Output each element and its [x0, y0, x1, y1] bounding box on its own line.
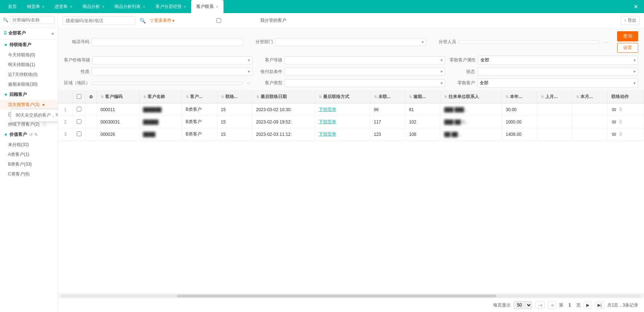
sidebar-item-class-a[interactable]: A类客户(1): [0, 150, 58, 159]
tab-product-analysis-close[interactable]: ×: [102, 4, 104, 9]
tab-sales[interactable]: 销货单 ×: [22, 0, 49, 13]
dept-select[interactable]: ▾: [275, 38, 427, 46]
col-sort-icon-method[interactable]: ⇅: [319, 95, 322, 99]
sidebar-section-value-header[interactable]: ▼ 价值客户 ↺ ✎: [0, 129, 58, 140]
horizontal-scrollbar[interactable]: [58, 293, 644, 298]
sidebar-search-input[interactable]: [10, 16, 55, 24]
tab-purchase[interactable]: 进货单 ×: [49, 0, 77, 13]
sidebar-item-tomorrow[interactable]: 明天待联络(1): [0, 60, 58, 70]
next-page-button[interactable]: ▶: [584, 301, 592, 309]
payment-select[interactable]: ▾: [285, 68, 446, 76]
col-sort-icon-name[interactable]: ⇅: [143, 95, 146, 99]
scatter-attr-select[interactable]: 全部 ▾: [478, 56, 638, 65]
phone-input[interactable]: [92, 38, 243, 46]
action-more-icon-0[interactable]: ⠿: [619, 107, 622, 112]
tab-purchase-close[interactable]: ×: [70, 4, 72, 9]
th-code: ⇅ 客户编码: [97, 91, 139, 103]
scroll-thumb[interactable]: [177, 295, 496, 297]
sidebar-collapse-btn[interactable]: «: [51, 31, 54, 36]
sidebar-item-churn-warning[interactable]: 流失预警客户(3) ●: [0, 100, 58, 110]
col-sort-icon-unit[interactable]: ⇅: [444, 95, 447, 99]
action-more-icon-1[interactable]: ⠿: [619, 119, 622, 125]
action-contact-icon-0[interactable]: ☎: [611, 107, 617, 112]
row-checkbox-0[interactable]: [77, 107, 81, 112]
refresh-icon[interactable]: ↺: [29, 132, 33, 137]
tab-product-list[interactable]: 商品分析列表 ×: [109, 0, 150, 13]
tab-sales-close[interactable]: ×: [42, 4, 44, 9]
last-page-button[interactable]: ▶|: [595, 301, 604, 309]
cell-method-0[interactable]: 下销货单: [315, 103, 370, 116]
cell-check-0[interactable]: [73, 103, 85, 116]
my-customers-checkbox-area[interactable]: 我分管的客户: [179, 17, 286, 24]
col-sort-icon-tmonth[interactable]: ⇅: [576, 95, 579, 99]
col-sort-icon-overdue[interactable]: ⇅: [409, 95, 412, 99]
cell-check-2[interactable]: [73, 128, 85, 141]
edit-icon[interactable]: ✎: [34, 132, 38, 137]
sidebar-item-today[interactable]: 今天待联络(0): [0, 50, 58, 60]
retail-select[interactable]: 全部 ▾: [477, 78, 638, 88]
tab-product-analysis[interactable]: 商品分析 ×: [77, 0, 109, 13]
action-contact-icon-1[interactable]: ☎: [611, 119, 617, 125]
cell-check-1[interactable]: [73, 116, 85, 128]
col-sort-icon-contact[interactable]: ⇅: [221, 95, 224, 99]
sidebar-item-7days[interactable]: 近7天待联络(0): [0, 70, 58, 80]
action-contact-icon-2[interactable]: ☎: [611, 132, 617, 137]
more-conditions-button[interactable]: ▽ 更多条件 ▾: [150, 17, 174, 24]
my-customers-checkbox[interactable]: [179, 18, 259, 23]
col-sort-icon-year[interactable]: ⇅: [506, 95, 508, 99]
col-sort-icon-uncontacted[interactable]: ⇅: [374, 95, 377, 99]
tab-customer-segment-close[interactable]: ×: [184, 4, 186, 9]
sidebar-section-review-header[interactable]: ▼ 回顾客户: [0, 89, 58, 100]
status-select[interactable]: ▾: [477, 68, 638, 76]
col-sort-icon-lmonth[interactable]: ⇅: [541, 95, 544, 99]
tab-customer-contact-close[interactable]: ×: [216, 4, 218, 9]
col-sort-icon-code[interactable]: ⇅: [101, 95, 104, 99]
select-all-checkbox[interactable]: [77, 94, 81, 99]
nature-select[interactable]: ▾: [92, 68, 253, 76]
cell-uncontacted-0: 96: [370, 103, 405, 116]
th-check[interactable]: [73, 91, 85, 103]
sidebar-item-class-c[interactable]: C类客户(6): [0, 169, 58, 179]
settings-button[interactable]: 设置: [617, 43, 638, 53]
col-sort-icon-type[interactable]: ⇅: [186, 95, 189, 99]
query-button[interactable]: 查询: [617, 31, 638, 41]
th-settings[interactable]: ⚙: [85, 91, 97, 103]
region-dots-btn[interactable]: ···: [245, 80, 253, 86]
row-checkbox-1[interactable]: [77, 119, 81, 124]
sidebar-item-overdue[interactable]: 逾期未联络(30): [0, 80, 58, 89]
tab-product-list-close[interactable]: ×: [143, 4, 145, 9]
sidebar-item-ungrouped[interactable]: 未分组(32): [0, 140, 58, 150]
table-settings-icon[interactable]: ⚙: [89, 94, 93, 100]
sidebar-all-customers[interactable]: ⠿ 全部客户 «: [0, 27, 58, 40]
sidebar-item-class-b[interactable]: B类客户(33): [0, 159, 58, 169]
cell-uncontacted-2: 123: [370, 128, 405, 141]
first-page-button[interactable]: |◀: [535, 301, 544, 309]
search-input[interactable]: [63, 16, 135, 25]
sidebar-section-pending-header[interactable]: ▼ 待联络客户: [0, 40, 58, 50]
tab-home[interactable]: 首页: [3, 0, 22, 13]
advanced-filter-panel: 电话号码 分管部门 ▾ 分管人员 ···: [58, 28, 644, 91]
filter-search-button[interactable]: 🔍: [140, 18, 146, 24]
cell-seq-0: 1: [58, 103, 73, 116]
cell-method-1[interactable]: 下销货单: [315, 116, 370, 128]
region-input[interactable]: [92, 82, 242, 85]
price-level-select[interactable]: ▾: [92, 56, 253, 64]
tab-customer-segment[interactable]: 客户分层经营 ×: [150, 0, 191, 13]
customer-type-select[interactable]: ▾: [285, 79, 446, 87]
cell-method-2[interactable]: 下销货单: [315, 128, 370, 141]
export-button[interactable]: ↑ 导出: [621, 16, 640, 25]
manager-dots-btn[interactable]: ···: [602, 39, 610, 45]
col-sort-icon-date[interactable]: ⇅: [256, 95, 259, 99]
manager-input[interactable]: [458, 41, 600, 44]
tab-customer-contact[interactable]: 客户联系 ×: [191, 0, 223, 13]
prev-page-button[interactable]: ◀: [548, 301, 556, 309]
row-checkbox-2[interactable]: [77, 131, 81, 136]
scroll-track[interactable]: [61, 295, 641, 297]
action-more-icon-2[interactable]: ⠿: [619, 132, 622, 137]
price-level-field: 客户价格等级 ▾: [64, 56, 253, 64]
main-layout: 🔍 ⠿ 全部客户 « ▼ 待联络客户 今天待联络(0) 明天待联络(1): [0, 13, 644, 312]
per-page-select[interactable]: 50 100 200: [514, 301, 532, 309]
window-close-button[interactable]: ✕: [631, 2, 641, 12]
cell-name-1: █████: [139, 116, 182, 128]
customer-level-select[interactable]: ▾: [285, 56, 446, 64]
